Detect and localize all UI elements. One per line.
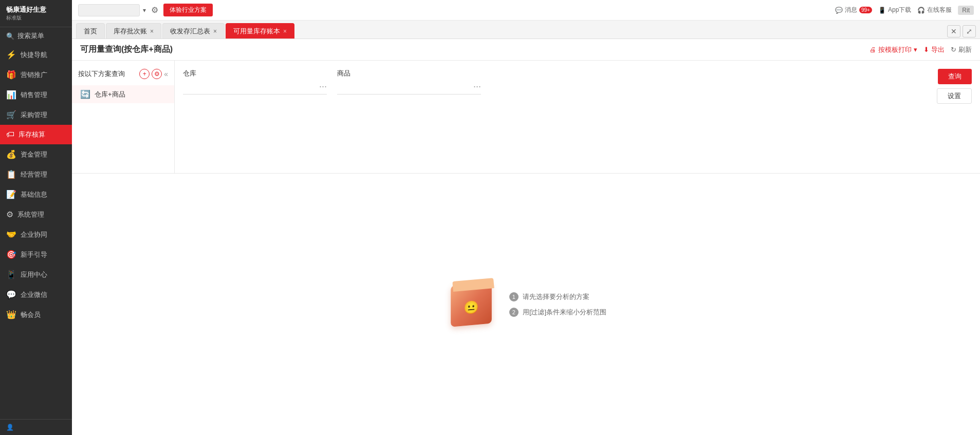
- sidebar-item-corp-wechat[interactable]: 💬 企业微信: [0, 285, 72, 305]
- refresh-label: 刷新: [958, 45, 972, 54]
- sidebar-item-label: 系统管理: [17, 210, 44, 219]
- sidebar-item-label: 应用中心: [21, 270, 47, 279]
- sidebar-item-sales[interactable]: 📊 销售管理: [0, 85, 72, 105]
- sidebar-item-app-center[interactable]: 📱 应用中心: [0, 264, 72, 285]
- sidebar-bottom[interactable]: 👤: [0, 419, 72, 435]
- query-right: 查询 设置: [929, 61, 980, 173]
- industry-solution-button[interactable]: 体验行业方案: [163, 4, 213, 16]
- close-tab-btn[interactable]: ✕: [947, 25, 960, 37]
- breadcrumb-input[interactable]: [78, 4, 140, 16]
- empty-hint-1: 1 请先选择要分析的方案: [509, 292, 606, 301]
- sidebar-item-marketing[interactable]: 🎁 营销推广: [0, 65, 72, 85]
- sidebar-item-inventory[interactable]: 🏷 库存核算: [0, 125, 72, 144]
- membership-icon: 👑: [6, 310, 16, 319]
- tab-home[interactable]: 首页: [76, 23, 105, 39]
- sidebar-item-label: 畅会员: [21, 310, 41, 319]
- sidebar-item-basic-info[interactable]: 📝 基础信息: [0, 184, 72, 204]
- tab-available-ledger[interactable]: 可用量库存账本 ×: [226, 23, 294, 39]
- sidebar-item-operations[interactable]: 📋 经营管理: [0, 164, 72, 184]
- scheme-settings-button[interactable]: ⚙: [152, 69, 162, 79]
- export-label: 导出: [931, 45, 945, 54]
- sidebar-item-membership[interactable]: 👑 畅会员: [0, 305, 72, 325]
- collapse-button[interactable]: «: [164, 70, 168, 78]
- query-fields: 仓库 ··· 商品 ···: [175, 61, 929, 173]
- system-icon: ⚙: [6, 210, 13, 219]
- sidebar: 畅康通好生意 标准版 🔍 搜索菜单 ⚡ 快捷导航 🎁 营销推广 📊 销售管理 🛒…: [0, 0, 72, 435]
- sidebar-item-newbie[interactable]: 🎯 新手引导: [0, 244, 72, 264]
- user-avatar[interactable]: Rit: [958, 6, 974, 15]
- refresh-icon: ↻: [951, 46, 956, 53]
- product-input[interactable]: [337, 83, 470, 90]
- sidebar-item-label: 企业微信: [21, 290, 47, 299]
- headset-icon: 🎧: [917, 7, 925, 14]
- message-label: 消息: [845, 6, 857, 14]
- message-action[interactable]: 💬 消息 99+: [835, 6, 872, 14]
- print-label: 按模板打印: [878, 45, 912, 54]
- scheme-item-icon: 🔄: [80, 89, 90, 99]
- search-icon: 🔍: [6, 32, 14, 40]
- hint-text-1: 请先选择要分析的方案: [523, 292, 589, 301]
- sidebar-item-label: 采购管理: [21, 110, 47, 120]
- sidebar-item-label: 销售管理: [21, 90, 47, 100]
- sidebar-search[interactable]: 🔍 搜索菜单: [0, 27, 72, 45]
- sidebar-search-label: 搜索菜单: [17, 31, 44, 41]
- query-sidebar-actions: + ⚙ «: [139, 69, 168, 79]
- hint-text-2: 用[过滤]条件来缩小分析范围: [523, 308, 606, 317]
- product-more-button[interactable]: ···: [473, 81, 481, 92]
- sidebar-item-label: 库存核算: [19, 130, 45, 139]
- sidebar-item-label: 新手引导: [21, 250, 47, 259]
- tab-available-ledger-close[interactable]: ×: [283, 28, 287, 35]
- sidebar-item-purchase[interactable]: 🛒 采购管理: [0, 105, 72, 125]
- query-sidebar-header: 按以下方案查询 + ⚙ «: [72, 67, 174, 81]
- sidebar-item-corp[interactable]: 🤝 企业协同: [0, 224, 72, 244]
- tab-receive-summary[interactable]: 收发存汇总表 ×: [162, 23, 225, 39]
- product-field: 商品 ···: [337, 69, 481, 94]
- warehouse-input[interactable]: [183, 83, 316, 90]
- page-title-bar: 可用量查询(按仓库+商品) 🖨 按模板打印 ▾ ⬇ 导出 ↻ 刷新: [72, 39, 980, 61]
- tab-batch-account-label: 库存批次账: [114, 27, 147, 36]
- print-dropdown-icon: ▾: [914, 46, 917, 53]
- page-actions: 🖨 按模板打印 ▾ ⬇ 导出 ↻ 刷新: [870, 45, 972, 54]
- tab-receive-summary-label: 收发存汇总表: [170, 27, 210, 36]
- tab-receive-summary-close[interactable]: ×: [213, 28, 217, 35]
- query-scheme-item[interactable]: 🔄 仓库+商品: [72, 85, 174, 103]
- corp-wechat-icon: 💬: [6, 290, 16, 299]
- scheme-item-label: 仓库+商品: [95, 90, 125, 99]
- print-icon: 🖨: [870, 46, 876, 53]
- print-button[interactable]: 🖨 按模板打印 ▾: [870, 45, 917, 54]
- settings-icon: ⚙: [154, 70, 160, 78]
- sidebar-item-system[interactable]: ⚙ 系统管理: [0, 204, 72, 224]
- online-service-label: 在线客服: [927, 6, 952, 14]
- tabs-right-actions: ✕ ⤢: [947, 25, 980, 39]
- hint-number-1: 1: [509, 292, 519, 301]
- message-badge: 99+: [859, 7, 872, 13]
- column-settings-button[interactable]: 设置: [937, 88, 972, 104]
- sidebar-item-label: 资金管理: [21, 150, 47, 159]
- marketing-icon: 🎁: [6, 70, 16, 80]
- warehouse-more-button[interactable]: ···: [319, 81, 327, 92]
- add-scheme-button[interactable]: +: [139, 69, 150, 79]
- tab-batch-account[interactable]: 库存批次账 ×: [106, 23, 161, 39]
- online-service-action[interactable]: 🎧 在线客服: [917, 6, 952, 14]
- message-icon: 💬: [835, 7, 843, 14]
- empty-state: 1 请先选择要分析的方案 2 用[过滤]条件来缩小分析范围: [72, 174, 980, 435]
- query-button[interactable]: 查询: [938, 69, 972, 84]
- corp-icon: 🤝: [6, 230, 16, 239]
- sidebar-item-label: 快捷导航: [21, 50, 47, 60]
- main-area: ▾ ⚙ 体验行业方案 💬 消息 99+ 📱 App下载 🎧 在线客服 Rit: [72, 0, 980, 435]
- export-button[interactable]: ⬇ 导出: [923, 45, 945, 54]
- sidebar-nav: ⚡ 快捷导航 🎁 营销推广 📊 销售管理 🛒 采购管理 🏷 库存核算 💰 资金管…: [0, 45, 72, 419]
- header-left: ▾ ⚙ 体验行业方案: [78, 4, 831, 16]
- dropdown-arrow-icon[interactable]: ▾: [143, 7, 146, 14]
- expand-tab-btn[interactable]: ⤢: [963, 25, 976, 37]
- settings-gear-button[interactable]: ⚙: [149, 4, 160, 16]
- sidebar-item-quick-nav[interactable]: ⚡ 快捷导航: [0, 45, 72, 65]
- finance-icon: 💰: [6, 149, 16, 159]
- refresh-button[interactable]: ↻ 刷新: [951, 45, 972, 54]
- empty-hint-2: 2 用[过滤]条件来缩小分析范围: [509, 308, 606, 317]
- tab-available-ledger-label: 可用量库存账本: [233, 27, 280, 36]
- tab-batch-account-close[interactable]: ×: [150, 28, 154, 35]
- sidebar-item-finance[interactable]: 💰 资金管理: [0, 144, 72, 164]
- app-download-action[interactable]: 📱 App下载: [878, 6, 911, 14]
- empty-hints: 1 请先选择要分析的方案 2 用[过滤]条件来缩小分析范围: [509, 292, 606, 317]
